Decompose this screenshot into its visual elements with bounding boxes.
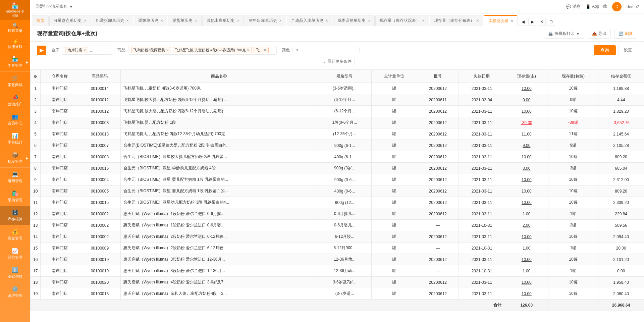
product-tag-2[interactable]: 飞鹤星飞帆 儿童奶粉 4段(3-6岁适用) 700克 ✕ (173, 47, 252, 53)
color-tag-container[interactable]: ▼ (292, 47, 360, 53)
warehouse-tag-1[interactable]: 南岸门店 ✕ (65, 47, 88, 53)
tab-2[interactable]: 组装拆卸单历史 ✕ (92, 15, 133, 26)
tab-5[interactable]: 其他出库单历史 ✕ (202, 15, 244, 26)
warehouse-tag-close[interactable]: ✕ (83, 48, 86, 52)
col-settings[interactable]: ⚙ (31, 70, 41, 83)
row-qty-main[interactable]: 10.00 (505, 197, 548, 208)
row-qty-main[interactable]: 2.00 (505, 220, 548, 231)
row-qty-main[interactable]: 1.00 (505, 265, 548, 277)
row-qty-main[interactable]: 10.00 (505, 254, 548, 265)
tab-9[interactable]: 现存量（库存状况表） ✕ (375, 15, 429, 26)
row-qty-main[interactable]: 1.00 (505, 243, 548, 254)
tab-11-close[interactable]: ✕ (511, 19, 513, 23)
tab-maximize-button[interactable]: ⊡ (547, 18, 555, 26)
sidebar-item-operations[interactable]: 📈 经营管理 (0, 244, 30, 263)
row-qty-main[interactable]: 10.00 (505, 151, 548, 163)
product-tag-3-close[interactable]: ✕ (264, 48, 266, 52)
row-qty-main[interactable]: 10.00 (505, 106, 548, 117)
product-tag-1-close[interactable]: ✕ (166, 48, 169, 52)
tab-10[interactable]: 现存量（库存分布表） ✕ (430, 15, 483, 26)
message-icon: 💬 (566, 4, 571, 9)
tab-2-close[interactable]: ✕ (126, 19, 129, 22)
sidebar-item-system[interactable]: ⚙️ 系统管理 (0, 282, 30, 302)
expand-filter-button[interactable]: ▶ (37, 46, 46, 55)
tab-8-label: 成本调整单历史 (337, 18, 366, 23)
row-qty-main[interactable]: 10.00 (505, 231, 548, 243)
row-qty-main[interactable]: 10.00 (505, 83, 548, 94)
breadcrumb-select[interactable]: 母婴行业演示账套 ▼ (35, 4, 73, 9)
row-qty-pkg: 10罐 (548, 288, 598, 300)
sidebar-item-members[interactable]: 👥 会员中心 (0, 110, 30, 129)
tab-4-close[interactable]: ✕ (195, 19, 197, 22)
tab-1[interactable]: 分量盘点单历史 ✕ (49, 15, 91, 26)
breadcrumb-text: 母婴行业演示账套 (35, 4, 67, 9)
sidebar-item-ecommerce[interactable]: 💻 电商管理 (0, 168, 30, 187)
tab-6-close[interactable]: ✕ (279, 19, 282, 22)
tab-3[interactable]: 调拨单历史 ✕ (134, 15, 167, 26)
template-print-button[interactable]: 🖨️ 按模板打印 ▼ (544, 29, 584, 39)
row-code: 00100014 (79, 83, 120, 94)
sidebar-item-finance[interactable]: 💰 资金管理 (0, 225, 30, 244)
tab-3-label: 调拨单历史 (138, 18, 158, 23)
tab-7-close[interactable]: ✕ (325, 19, 328, 22)
row-qty-main[interactable]: 10.00 (505, 277, 548, 288)
tab-7[interactable]: 产成品入库单历史 ✕ (287, 15, 332, 26)
row-qty-main[interactable]: 11.00 (505, 128, 548, 140)
product-tag-container[interactable]: 飞鹤奶粉3段两提装 ✕ 飞鹤星飞帆 儿童奶粉 4段(3-6岁适用) 700克 ✕… (128, 46, 277, 55)
product-tag-2-close[interactable]: ✕ (247, 48, 250, 52)
table-container[interactable]: ⚙ 仓库名称 商品编码 商品名称 规格型号 主计量单位 批号 失效日期 现存量(… (30, 70, 644, 322)
sidebar-item-purchase[interactable]: 🛍️ 采购管理 (0, 187, 30, 206)
tab-4[interactable]: 要货单历史 ✕ (168, 15, 202, 26)
basic-info-icon: ℹ️ (12, 267, 18, 273)
sidebar-quick-nav[interactable]: ⚡ 快捷导航 (0, 36, 30, 52)
sidebar-item-retail-mall[interactable]: 🛒 零售商城 (0, 72, 30, 91)
sidebar-search[interactable]: 🔍 搜索菜单 (0, 20, 30, 36)
row-qty-main[interactable]: -39.00 (505, 117, 548, 128)
row-amount: 2,060.40 (598, 288, 644, 300)
refresh-button[interactable]: 🔄 刷新 (614, 29, 637, 39)
tab-3-close[interactable]: ✕ (160, 19, 163, 22)
tab-1-close[interactable]: ✕ (84, 19, 87, 22)
tab-9-close[interactable]: ✕ (422, 19, 425, 22)
sidebar-item-inventory[interactable]: 🗄️ 库存核算 (0, 206, 30, 225)
expand-more-button[interactable]: ⌄ 展开更多条件 (320, 57, 355, 66)
row-qty-main[interactable]: 10.00 (505, 288, 548, 300)
filter-row: ▶ 合库 南岸门店 ✕ ... 商品 飞鹤奶粉3段两提装 (37, 45, 637, 55)
tab-prev-button[interactable]: ◀ (519, 18, 527, 26)
row-qty-pkg: 10罐 (548, 197, 598, 208)
tab-home[interactable]: 首页 (32, 15, 49, 26)
row-qty-main[interactable]: 9.00 (505, 140, 548, 151)
warehouse-tag-container[interactable]: 南岸门店 ✕ ... (62, 46, 112, 55)
sidebar-item-basic-info[interactable]: ℹ️ 基础信息 (0, 263, 30, 282)
row-qty-main[interactable]: 10.00 (505, 174, 548, 185)
user-avatar[interactable]: D (612, 2, 622, 11)
query-button[interactable]: 查询 (594, 45, 616, 55)
tab-8[interactable]: 成本调整单历史 ✕ (333, 15, 375, 26)
row-spec: 6-12月较... (318, 231, 371, 243)
sidebar-item-retail-stats[interactable]: 📊 零售统计 (0, 129, 30, 148)
sidebar-item-wholesale[interactable]: 📦 批发管理 ▶ (0, 148, 30, 168)
row-amount: 20.00 (598, 243, 644, 254)
tab-10-close[interactable]: ✕ (476, 19, 479, 22)
app-download-button[interactable]: 📱 App下载 (586, 4, 607, 9)
row-code: 00100009 (79, 243, 120, 254)
tab-11[interactable]: 库存批次账 ✕ (484, 15, 518, 26)
tab-8-close[interactable]: ✕ (368, 19, 370, 22)
product-tag-3[interactable]: 飞... ✕ (254, 47, 269, 53)
tab-5-close[interactable]: ✕ (237, 19, 239, 22)
row-qty-main[interactable]: 3.00 (505, 163, 548, 174)
row-qty-main[interactable]: 10.00 (505, 185, 548, 197)
product-tag-1[interactable]: 飞鹤奶粉3段两提装 ✕ (131, 47, 171, 53)
message-button[interactable]: 💬 消息 (566, 4, 581, 9)
settings-button[interactable]: 设置 (619, 45, 637, 55)
row-qty-main[interactable]: 1.00 (505, 208, 548, 220)
export-button[interactable]: 📤 导出 (588, 29, 611, 39)
tab-6[interactable]: 材料出库单历史 ✕ (245, 15, 286, 26)
sidebar-item-marketing[interactable]: 📣 营销推广 (0, 91, 30, 110)
tab-next-button[interactable]: ▶ (528, 18, 536, 26)
row-spec: 900g (0-6... (318, 174, 371, 185)
row-no: 11 (31, 197, 41, 208)
row-qty-main[interactable]: 0.00 (505, 94, 548, 106)
tab-close-button[interactable]: ✕ (538, 18, 546, 26)
sidebar-item-retail-mgmt[interactable]: 🏪 零售管理 ▶ (0, 52, 30, 72)
